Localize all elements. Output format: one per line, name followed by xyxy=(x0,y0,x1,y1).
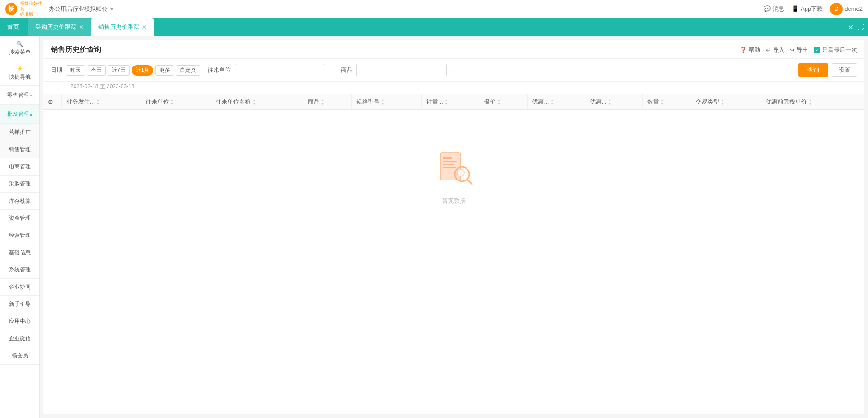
sidebar-label-ops-mgmt: 经营管理 xyxy=(9,232,31,239)
date-btn-7days[interactable]: 近7天 xyxy=(108,65,130,76)
sidebar-item-ops-mgmt[interactable]: 经营管理 xyxy=(0,227,39,244)
page-header-actions: ❓ 帮助 ↩ 导入 ↪ 导出 ✓ 只看最后一次 xyxy=(740,46,857,54)
sidebar-label-search-menu: 搜索菜单 xyxy=(9,48,31,56)
sidebar-item-search-menu[interactable]: 🔍 搜索菜单 xyxy=(0,36,39,61)
export-button[interactable]: ↪ 导出 xyxy=(790,46,808,54)
th-spec[interactable]: 规格型号▲▼ xyxy=(351,94,421,110)
sidebar-item-basic-info[interactable]: 基础信息 xyxy=(0,244,39,261)
top-bar: 畅 畅捷信好生意 标准版 办公用品行业模拟账套 ▾ 💬 消息 📱 App下载 D… xyxy=(0,0,868,18)
sidebar-item-vip[interactable]: 畅会员 xyxy=(0,347,39,365)
sidebar-label-inventory: 库存核算 xyxy=(9,197,31,205)
tab-sales-history[interactable]: 销售历史价跟踪 ✕ xyxy=(91,18,154,36)
sidebar-item-newbie[interactable]: 新手引导 xyxy=(0,296,39,313)
sidebar-label-app-center: 应用中心 xyxy=(9,318,31,325)
sidebar-item-retail-mgmt[interactable]: 零售管理 ▾ xyxy=(0,86,39,105)
app-download-button[interactable]: 📱 App下载 xyxy=(792,5,823,13)
tab-home[interactable]: 首页 xyxy=(0,18,26,36)
sidebar-label-retail-mgmt: 零售管理 xyxy=(7,91,29,99)
sidebar-item-inventory[interactable]: 库存核算 xyxy=(0,193,39,210)
breadcrumb-dropdown-icon[interactable]: ▾ xyxy=(110,5,113,12)
date-range-row: 2023-02-18 至 2023-03-18 xyxy=(43,82,864,94)
tab-purchase-label: 采购历史价跟踪 xyxy=(35,23,76,31)
svg-rect-0 xyxy=(440,153,461,180)
help-icon: ❓ xyxy=(740,47,747,53)
empty-state: 暂无数据 xyxy=(43,110,864,241)
svg-point-7 xyxy=(457,169,464,176)
partner-filter-group: 往来单位 ··· xyxy=(208,64,334,76)
partner-label: 往来单位 xyxy=(208,66,231,74)
sidebar-item-quick-nav[interactable]: ⚡ 快捷导航 xyxy=(0,61,39,86)
sidebar-label-basic-info: 基础信息 xyxy=(9,249,31,256)
partner-input[interactable] xyxy=(235,64,325,76)
sidebar-label-ecom-mgmt: 电商管理 xyxy=(9,163,31,171)
top-bar-right: 💬 消息 📱 App下载 D demo2 xyxy=(764,3,863,15)
import-button[interactable]: ↩ 导入 xyxy=(766,46,784,54)
product-filter-group: 商品 ··· xyxy=(341,64,455,76)
date-btn-today[interactable]: 今天 xyxy=(87,65,106,76)
sidebar-item-purchase-mgmt[interactable]: 采购管理 xyxy=(0,176,39,193)
sidebar-item-ecom-mgmt[interactable]: 电商管理 xyxy=(0,158,39,176)
only-last-action[interactable]: ✓ 只看最后一次 xyxy=(814,46,857,54)
sidebar-item-sales-mgmt[interactable]: 销售管理 xyxy=(0,141,39,158)
th-trade-type[interactable]: 交易类型▲▼ xyxy=(691,94,761,110)
tab-fullscreen-icon[interactable]: ⛶ xyxy=(857,23,864,31)
sidebar-item-system-mgmt[interactable]: 系统管理 xyxy=(0,261,39,279)
th-partner-code[interactable]: 往来单位▲▼ xyxy=(141,94,211,110)
sidebar: 🔍 搜索菜单 ⚡ 快捷导航 零售管理 ▾ 批发管理 ▴ 营销推广 销售管理 电商… xyxy=(0,36,40,418)
th-quoted-price[interactable]: 报价▲▼ xyxy=(479,94,528,110)
data-table: ⚙ 业务发生...▲▼ 往来单位▲▼ 往来单位名称▲▼ xyxy=(43,94,864,110)
th-biz-date[interactable]: 业务发生...▲▼ xyxy=(61,94,141,110)
tab-sales-close[interactable]: ✕ xyxy=(142,24,146,30)
settings-button[interactable]: 设置 xyxy=(832,63,857,77)
sidebar-item-marketing[interactable]: 营销推广 xyxy=(0,124,39,141)
user-menu[interactable]: D demo2 xyxy=(830,3,863,15)
page-container: 销售历史价查询 ❓ 帮助 ↩ 导入 ↪ 导出 ✓ xyxy=(43,40,864,414)
sidebar-label-system-mgmt: 系统管理 xyxy=(9,266,31,274)
download-icon: 📱 xyxy=(792,5,799,12)
sidebar-item-enterprise[interactable]: 企业协同 xyxy=(0,279,39,296)
product-dots[interactable]: ··· xyxy=(450,67,455,74)
message-button[interactable]: 💬 消息 xyxy=(764,5,784,13)
sidebar-label-marketing: 营销推广 xyxy=(9,128,31,136)
partner-dots[interactable]: ··· xyxy=(329,67,334,74)
date-btn-yesterday[interactable]: 昨天 xyxy=(66,65,85,76)
tab-purchase-history[interactable]: 采购历史价跟踪 ✕ xyxy=(28,18,91,36)
sidebar-label-wholesale-mgmt: 批发管理 xyxy=(7,110,29,118)
logo-text: 畅捷信好生意 标准版 xyxy=(20,1,45,17)
empty-text: 暂无数据 xyxy=(442,197,466,205)
date-btn-custom[interactable]: 自定义 xyxy=(176,65,200,76)
sidebar-item-app-center[interactable]: 应用中心 xyxy=(0,313,39,330)
logo-icon: 畅 xyxy=(5,3,17,15)
tab-sales-label: 销售历史价跟踪 xyxy=(98,23,139,31)
th-settings[interactable]: ⚙ xyxy=(43,94,61,110)
svg-line-6 xyxy=(467,179,472,184)
sidebar-item-enterprise-wechat[interactable]: 企业微信 xyxy=(0,330,39,347)
product-input[interactable] xyxy=(356,64,447,76)
tab-bar: 首页 采购历史价跟踪 ✕ 销售历史价跟踪 ✕ ✕ ⛶ xyxy=(0,18,868,36)
th-partner-name[interactable]: 往来单位名称▲▼ xyxy=(211,94,303,110)
th-unit[interactable]: 计量...▲▼ xyxy=(422,94,479,110)
sidebar-item-wholesale-mgmt[interactable]: 批发管理 ▴ xyxy=(0,105,39,124)
only-last-checkbox[interactable]: ✓ xyxy=(814,47,820,53)
sidebar-label-sales-mgmt: 销售管理 xyxy=(9,146,31,153)
sidebar-label-quick-nav: 快捷导航 xyxy=(9,73,31,81)
tab-close-all-icon[interactable]: ✕ xyxy=(848,23,854,32)
date-btn-1month[interactable]: 近1月 xyxy=(132,65,154,76)
th-discount1[interactable]: 优惠...▲▼ xyxy=(528,94,585,110)
username-label: demo2 xyxy=(844,5,863,12)
th-product[interactable]: 商品▲▼ xyxy=(303,94,351,110)
tab-home-label: 首页 xyxy=(7,23,19,31)
th-pretax-price[interactable]: 优惠前无税单价▲▼ xyxy=(761,94,864,110)
date-btn-more[interactable]: 更多 xyxy=(155,65,174,76)
table-area: ⚙ 业务发生...▲▼ 往来单位▲▼ 往来单位名称▲▼ xyxy=(43,94,864,414)
help-button[interactable]: ❓ 帮助 xyxy=(740,46,760,54)
th-discount2[interactable]: 优惠...▲▼ xyxy=(585,94,642,110)
wholesale-expand-icon: ▴ xyxy=(30,112,32,117)
query-button[interactable]: 查询 xyxy=(798,63,828,77)
search-icon: 🔍 xyxy=(16,41,23,47)
tab-purchase-close[interactable]: ✕ xyxy=(79,24,84,30)
th-quantity[interactable]: 数量▲▼ xyxy=(642,94,691,110)
table-settings-icon[interactable]: ⚙ xyxy=(48,99,53,105)
svg-rect-4 xyxy=(443,167,456,168)
sidebar-item-finance-mgmt[interactable]: 资金管理 xyxy=(0,210,39,227)
